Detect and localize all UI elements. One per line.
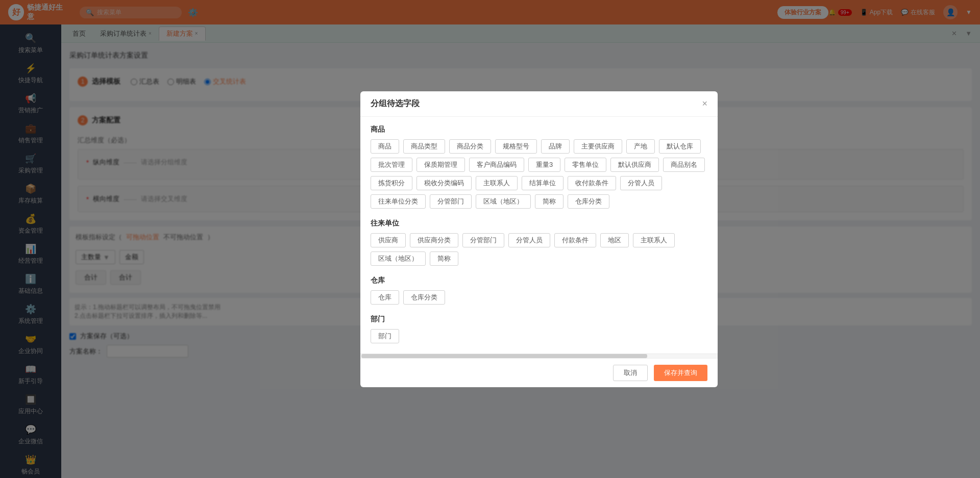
field-tag-0-1[interactable]: 商品类型 — [403, 139, 445, 154]
field-tag-0-17[interactable]: 主联系人 — [476, 176, 518, 190]
field-tag-0-18[interactable]: 结算单位 — [522, 176, 564, 190]
field-tag-0-7[interactable]: 默认仓库 — [659, 139, 701, 154]
field-tag-0-20[interactable]: 分管人员 — [620, 176, 662, 190]
field-tag-0-25[interactable]: 仓库分类 — [568, 194, 609, 209]
modal-body: 商品商品商品类型商品分类规格型号品牌主要供应商产地默认仓库批次管理保质期管理客户… — [360, 117, 718, 354]
field-tag-0-4[interactable]: 品牌 — [541, 139, 570, 154]
field-tag-1-4[interactable]: 付款条件 — [554, 233, 596, 247]
field-tag-0-6[interactable]: 产地 — [626, 139, 655, 154]
modal-header: 分组待选字段 × — [360, 91, 718, 117]
field-tag-3-0[interactable]: 部门 — [371, 329, 399, 343]
field-tag-0-22[interactable]: 分管部门 — [430, 194, 472, 209]
field-tag-1-3[interactable]: 分管人员 — [508, 233, 550, 247]
modal-dialog: 分组待选字段 × 商品商品商品类型商品分类规格型号品牌主要供应商产地默认仓库批次… — [360, 91, 718, 387]
section-title-0: 商品 — [371, 125, 707, 134]
field-tag-1-8[interactable]: 简称 — [430, 251, 458, 266]
field-tag-0-24[interactable]: 简称 — [535, 194, 564, 209]
field-tags-1: 供应商供应商分类分管部门分管人员付款条件地区主联系人区域（地区）简称 — [371, 233, 707, 266]
field-tag-0-5[interactable]: 主要供应商 — [574, 139, 622, 154]
section-title-1: 往来单位 — [371, 219, 707, 228]
confirm-button[interactable]: 保存并查询 — [654, 365, 707, 381]
field-section-3: 部门部门 — [371, 315, 707, 343]
modal-horizontal-scrollbar[interactable] — [360, 354, 718, 358]
field-tag-0-13[interactable]: 默认供应商 — [610, 158, 659, 172]
section-title-3: 部门 — [371, 315, 707, 324]
field-section-2: 仓库仓库仓库分类 — [371, 276, 707, 305]
field-tag-0-23[interactable]: 区域（地区） — [476, 194, 531, 209]
field-tag-0-10[interactable]: 客户商品编码 — [469, 158, 524, 172]
field-tag-0-19[interactable]: 收付款条件 — [568, 176, 616, 190]
cancel-button[interactable]: 取消 — [613, 365, 648, 381]
field-section-0: 商品商品商品类型商品分类规格型号品牌主要供应商产地默认仓库批次管理保质期管理客户… — [371, 125, 707, 209]
field-tag-0-9[interactable]: 保质期管理 — [416, 158, 465, 172]
field-tag-0-8[interactable]: 批次管理 — [371, 158, 412, 172]
field-tag-1-2[interactable]: 分管部门 — [462, 233, 504, 247]
field-tag-0-12[interactable]: 零售单位 — [565, 158, 606, 172]
field-tag-0-11[interactable]: 重量3 — [528, 158, 560, 172]
field-tags-3: 部门 — [371, 329, 707, 343]
modal-footer: 取消 保存并查询 — [360, 358, 718, 387]
field-tag-0-14[interactable]: 商品别名 — [663, 158, 705, 172]
field-tag-2-1[interactable]: 仓库分类 — [403, 290, 445, 305]
field-tags-0: 商品商品类型商品分类规格型号品牌主要供应商产地默认仓库批次管理保质期管理客户商品… — [371, 139, 707, 209]
modal-title: 分组待选字段 — [371, 98, 420, 109]
field-tag-1-7[interactable]: 区域（地区） — [371, 251, 426, 266]
field-tag-0-3[interactable]: 规格型号 — [495, 139, 537, 154]
field-tag-0-15[interactable]: 拣货积分 — [371, 176, 412, 190]
field-tag-1-1[interactable]: 供应商分类 — [410, 233, 458, 247]
field-tag-2-0[interactable]: 仓库 — [371, 290, 399, 305]
field-tag-1-0[interactable]: 供应商 — [371, 233, 406, 247]
field-tag-0-21[interactable]: 往来单位分类 — [371, 194, 426, 209]
field-tag-0-0[interactable]: 商品 — [371, 139, 399, 154]
field-tag-0-16[interactable]: 税收分类编码 — [416, 176, 472, 190]
field-tag-1-6[interactable]: 主联系人 — [633, 233, 675, 247]
field-tag-1-5[interactable]: 地区 — [600, 233, 629, 247]
field-tags-2: 仓库仓库分类 — [371, 290, 707, 305]
field-section-1: 往来单位供应商供应商分类分管部门分管人员付款条件地区主联系人区域（地区）简称 — [371, 219, 707, 266]
section-title-2: 仓库 — [371, 276, 707, 285]
field-tag-0-2[interactable]: 商品分类 — [449, 139, 491, 154]
modal-close-button[interactable]: × — [702, 98, 707, 109]
